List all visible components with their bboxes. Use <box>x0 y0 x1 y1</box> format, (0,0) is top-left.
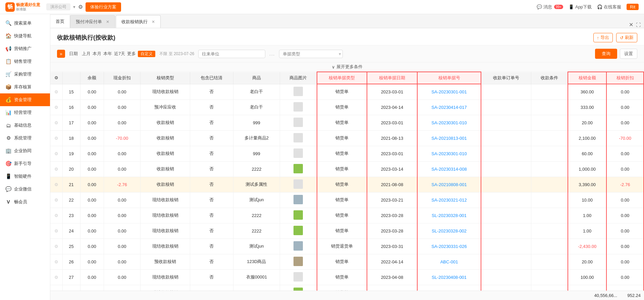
company-name[interactable]: 演示公司 <box>46 3 70 10</box>
settings-btn[interactable]: 设置 <box>620 49 637 59</box>
table-row[interactable]: ⚙ 21 0.00 -2.76 收款核销 否 测试多属性 销货单 2021-08… <box>50 177 644 192</box>
sidebar-item-wechat[interactable]: 💬 企业微信 <box>0 183 50 196</box>
table-row[interactable]: ⚙ 17 0.00 0.00 收款核销 否 999 销货单 2023-03-01… <box>50 115 644 130</box>
tab-prepay[interactable]: 预付冲应付单 ✕ <box>70 15 115 28</box>
table-row[interactable]: ⚙ 20 0.00 0.00 收款核销 否 2222 销货单 2023-03-1… <box>50 161 644 177</box>
td-collection-condition <box>531 146 568 161</box>
counterparty-input[interactable] <box>198 50 265 58</box>
table-row[interactable]: ⚙ 24 0.00 0.00 现结收款核销 否 2222 销货单 2023-03… <box>50 223 644 239</box>
table-row[interactable]: ⚙ 18 0.00 -70.00 收款核销 否 多计量商品2 销货单 2021-… <box>50 130 644 146</box>
td-discount: -70.00 <box>606 130 644 146</box>
sidebar-item-marketing[interactable]: 📢 营销推广 <box>0 42 50 55</box>
table-row[interactable]: ⚙ 26 0.00 0.00 预收款核销 否 123D商品 销货单 2022-0… <box>50 254 644 269</box>
tab-close-collection[interactable]: ✕ <box>152 19 155 24</box>
td-voucher-no[interactable]: SA-20230301-001 <box>417 84 481 99</box>
td-type: 收款核销 <box>141 177 190 192</box>
td-gear[interactable]: ⚙ <box>50 239 62 254</box>
td-voucher-no[interactable]: SA-20230301-010 <box>417 146 481 161</box>
query-btn[interactable]: 查询 <box>595 49 617 59</box>
tab-close-window-icon[interactable]: ✕ <box>629 22 633 28</box>
table-row[interactable]: ⚙ 19 0.00 0.00 收款核销 否 999 销货单 2023-03-01… <box>50 146 644 161</box>
td-gear[interactable]: ⚙ <box>50 254 62 269</box>
expand-more-bar[interactable]: ∨ 展开更多条件 <box>50 62 644 72</box>
td-gear[interactable]: ⚙ <box>50 161 62 177</box>
sidebar-item-member[interactable]: V 畅会员 <box>0 196 50 208</box>
td-gear[interactable]: ⚙ <box>50 269 62 285</box>
td-gear[interactable]: ⚙ <box>50 285 62 291</box>
td-gear[interactable]: ⚙ <box>50 208 62 223</box>
sidebar-item-quicknav[interactable]: 🏠 快捷导航 <box>0 30 50 42</box>
sidebar-item-ops[interactable]: 📊 经营管理 <box>0 106 50 119</box>
td-cash-discount: 0.00 <box>104 192 140 208</box>
td-discount: -2.76 <box>606 177 644 192</box>
table-row[interactable]: ⚙ 28 0.00 0.00 现结收款核销 否 2222 销货单 2023-04… <box>50 285 644 291</box>
date-btn-more[interactable]: 更多 <box>127 51 136 57</box>
td-amount: 3,390.00 <box>568 177 606 192</box>
filter-expand-btn[interactable]: » <box>57 50 65 58</box>
sidebar-item-guide[interactable]: 🎯 新手引导 <box>0 157 50 170</box>
th-goods-img: 商品图片 <box>280 72 317 84</box>
td-voucher-no[interactable]: ABC-001 <box>417 254 481 269</box>
sidebar-item-search[interactable]: 🔍 搜索菜单 <box>0 17 50 30</box>
table-row[interactable]: ⚙ 25 0.00 0.00 现结收款核销 否 测试jun 销货退货单 2023… <box>50 239 644 254</box>
sidebar-item-purchase[interactable]: 🛒 采购管理 <box>0 68 50 81</box>
td-gear[interactable]: ⚙ <box>50 130 62 146</box>
refresh-btn[interactable]: ↺ 刷新 <box>616 33 637 42</box>
td-gear[interactable]: ⚙ <box>50 177 62 192</box>
industry-btn[interactable]: 体验行业方案 <box>86 2 121 12</box>
td-collection-order <box>481 269 531 285</box>
td-voucher-no[interactable]: SA-20230321-012 <box>417 192 481 208</box>
export-btn[interactable]: ↑ 导出 <box>593 33 613 42</box>
date-btn-this-year[interactable]: 本年 <box>103 51 112 57</box>
tab-home[interactable]: 首页 <box>50 15 70 28</box>
refresh-icon: ↺ <box>620 35 624 40</box>
logo-icon: 畅 <box>5 2 15 12</box>
th-gear[interactable]: ⚙ <box>50 72 62 84</box>
td-voucher-no[interactable]: SL-20230328-002 <box>417 223 481 239</box>
td-voucher-type: 销货单 <box>317 130 367 146</box>
td-gear[interactable]: ⚙ <box>50 192 62 208</box>
tab-maximize-icon[interactable]: ⛶ <box>636 22 641 28</box>
td-gear[interactable]: ⚙ <box>50 223 62 239</box>
messages-btn[interactable]: 💬 消息 99+ <box>537 4 563 10</box>
table-row[interactable]: ⚙ 15 0.00 0.00 现结收款核销 否 老白干 销货单 2023-03-… <box>50 84 644 99</box>
td-voucher-no[interactable]: SL-20230418-001 <box>417 285 481 291</box>
td-goods: 2222 <box>233 285 280 291</box>
date-btn-last-month[interactable]: 上月 <box>82 51 91 57</box>
date-btn-7days[interactable]: 近7天 <box>114 51 125 57</box>
table-row[interactable]: ⚙ 16 0.00 0.00 预冲应应收 否 老白干 销货单 2023-04-1… <box>50 99 644 115</box>
online-service-btn[interactable]: 🎧 在线客服 <box>597 4 621 10</box>
td-voucher-no[interactable]: SA-20230331-026 <box>417 239 481 254</box>
td-type: 预收款核销 <box>141 254 190 269</box>
date-btn-this-month[interactable]: 本月 <box>93 51 101 57</box>
td-gear[interactable]: ⚙ <box>50 146 62 161</box>
td-gear[interactable]: ⚙ <box>50 115 62 130</box>
sidebar-item-hardware[interactable]: 📱 智能硬件 <box>0 170 50 183</box>
td-voucher-no[interactable]: SL-20230408-001 <box>417 269 481 285</box>
settings-icon[interactable]: ⚙ <box>78 4 83 10</box>
company-chevron-icon[interactable]: ▾ <box>73 4 75 9</box>
td-gear[interactable]: ⚙ <box>50 84 62 99</box>
td-voucher-no[interactable]: SA-20230414-017 <box>417 99 481 115</box>
td-gear[interactable]: ⚙ <box>50 99 62 115</box>
sidebar-item-basic[interactable]: 🗂 基础信息 <box>0 119 50 132</box>
td-voucher-no[interactable]: SA-20230301-010 <box>417 115 481 130</box>
app-download-btn[interactable]: 📱 App下载 <box>569 4 592 10</box>
sidebar-item-funds[interactable]: 💰 资金管理 <box>0 93 50 106</box>
voucher-type-input[interactable] <box>279 50 343 58</box>
user-avatar[interactable]: Rit <box>627 4 639 10</box>
table-row[interactable]: ⚙ 23 0.00 0.00 现结收款核销 否 2222 销货单 2023-03… <box>50 208 644 223</box>
sidebar-item-sales[interactable]: 📋 销售管理 <box>0 55 50 68</box>
td-voucher-no[interactable]: SA-20230314-008 <box>417 161 481 177</box>
td-voucher-no[interactable]: SL-20230328-001 <box>417 208 481 223</box>
tab-collection[interactable]: 收款核销执行 ✕ <box>116 15 161 28</box>
table-row[interactable]: ⚙ 22 0.00 0.00 现结收款核销 否 测试jun 销货单 2023-0… <box>50 192 644 208</box>
sidebar-item-corp[interactable]: 🏢 企业协同 <box>0 144 50 157</box>
tab-close-prepay[interactable]: ✕ <box>106 19 109 24</box>
td-voucher-no[interactable]: SA-20210808-001 <box>417 177 481 192</box>
date-custom-btn[interactable]: 自定义 <box>138 51 155 57</box>
sidebar-item-system[interactable]: ⚙ 系统管理 <box>0 132 50 144</box>
td-voucher-no[interactable]: SA-20210813-001 <box>417 130 481 146</box>
sidebar-item-inventory[interactable]: 📦 库存核算 <box>0 81 50 93</box>
table-row[interactable]: ⚙ 27 0.00 0.00 现结收款核销 否 衣服00001 销货单 2023… <box>50 269 644 285</box>
